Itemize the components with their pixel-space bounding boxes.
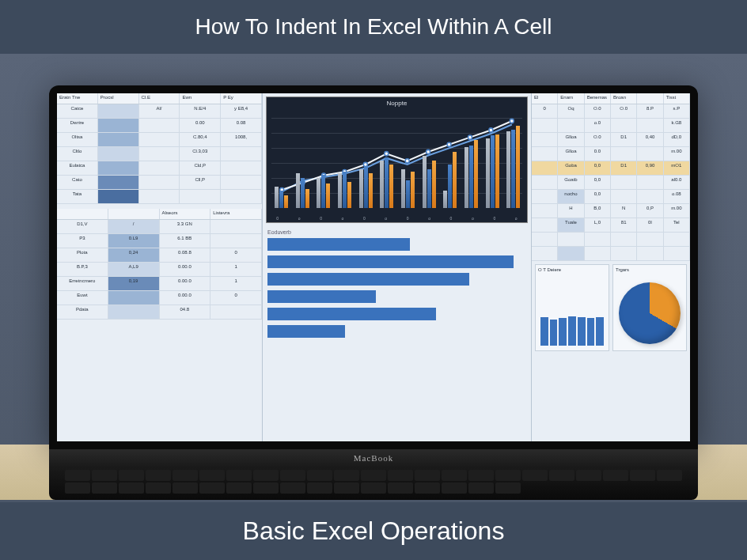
- table-row[interactable]: o.0k.G8: [532, 119, 690, 133]
- chart-bar: [359, 169, 363, 209]
- left-table-header: Eratn Tne Procsl Cl.E Ewn P Ey: [57, 93, 262, 104]
- table-row[interactable]: Goba0,0D10,90mO1: [532, 161, 690, 176]
- table-row[interactable]: Pdata04.8: [57, 305, 262, 320]
- subtitle-banner: Basic Excel Operations: [0, 502, 747, 560]
- table-row[interactable]: EulatcaCld,P: [57, 161, 262, 176]
- chart-bar: [296, 173, 300, 208]
- table-row[interactable]: TualeL,0810ITel: [532, 218, 690, 233]
- pie-graphic: [619, 282, 681, 344]
- svg-point-10: [489, 128, 493, 132]
- mini-bar-chart: O T Deiere: [535, 264, 609, 351]
- svg-point-11: [510, 119, 514, 123]
- svg-point-6: [405, 159, 409, 163]
- table-row[interactable]: CatceAl/N.E/4y E8,4: [57, 104, 262, 119]
- mini-bar: [540, 317, 548, 346]
- hbar-row: [267, 290, 526, 303]
- table-row[interactable]: HB,0N0,Pm.00: [532, 204, 690, 218]
- mini-bar: [568, 316, 576, 346]
- table-row[interactable]: B.P,3A,L90.00.01: [57, 263, 262, 277]
- laptop: Eratn Tne Procsl Cl.E Ewn P Ey CatceAl/N…: [49, 85, 698, 500]
- svg-point-9: [468, 135, 472, 139]
- chart-bar: [347, 182, 351, 208]
- table-row[interactable]: Tata: [57, 190, 262, 204]
- chart-bar: [343, 172, 347, 208]
- chart-bar: [432, 161, 436, 209]
- table-row[interactable]: Erretncmero0,190.00.01: [57, 277, 262, 291]
- table-row[interactable]: Dwrire0.000.08: [57, 119, 262, 133]
- table-row[interactable]: Plota0,240.08.80: [57, 248, 262, 263]
- table-row[interactable]: Glloa0.0m.00: [532, 147, 690, 161]
- hbar-row: [267, 325, 526, 338]
- combo-chart: Noppte 0o0o0o0o0o0o: [266, 96, 528, 223]
- mini-bar: [596, 317, 604, 346]
- mini-bar: [550, 320, 558, 346]
- hbar-row: [267, 255, 526, 268]
- chart-bar: [491, 135, 495, 208]
- chart-bar: [338, 173, 342, 208]
- hbar-row: [267, 273, 526, 286]
- chart-bar: [321, 175, 325, 208]
- chart-bar: [474, 140, 478, 208]
- svg-point-5: [385, 152, 389, 156]
- pie-title: Trgars: [616, 267, 684, 272]
- table-row[interactable]: [532, 247, 690, 261]
- chart-bar: [301, 178, 305, 209]
- chart-bar: [369, 173, 373, 208]
- title-banner: How To Indent In Excel Within A Cell: [0, 0, 747, 54]
- chart-bar: [305, 189, 309, 208]
- left-table2-header: Alseors Listevra: [57, 209, 262, 220]
- chart-bar: [443, 191, 447, 208]
- mini-bar-title: O T Deiere: [538, 267, 606, 272]
- right-panel: El Enam Benemas Broan Tisst 0OqO.0O.08.P…: [532, 93, 690, 441]
- table-row[interactable]: [532, 233, 690, 247]
- table-row[interactable]: nocho0,0o.08: [532, 190, 690, 204]
- chart-bar: [380, 161, 384, 209]
- svg-point-7: [427, 149, 430, 153]
- table-row[interactable]: Euwt0.00.00: [57, 291, 262, 305]
- chart-bar: [279, 191, 283, 208]
- svg-point-8: [447, 142, 451, 146]
- chart-bar: [469, 146, 473, 208]
- chart-bar: [364, 166, 368, 208]
- keyboard: [49, 467, 698, 500]
- chart-title: Noppte: [267, 97, 527, 109]
- chart-bar: [465, 147, 468, 208]
- chart-bar: [495, 134, 499, 209]
- laptop-brand: MacBook: [49, 449, 698, 467]
- chart-bar: [326, 184, 330, 208]
- chart-bar: [511, 130, 515, 208]
- chart-bar: [486, 138, 490, 208]
- chart-bar: [516, 126, 520, 209]
- table-row[interactable]: GlloaO.0D10,40dD,0: [532, 133, 690, 147]
- table-row[interactable]: OltsaC.80,41008,: [57, 133, 262, 147]
- hbar-row: [267, 308, 526, 320]
- scene: Eratn Tne Procsl Cl.E Ewn P Ey CatceAl/N…: [0, 54, 747, 500]
- right-table-header: El Enam Benemas Broan Tisst: [532, 93, 690, 104]
- table-row[interactable]: Goatb0,0al0.0: [532, 176, 690, 190]
- chart-bar: [448, 165, 452, 208]
- pie-chart: Trgars: [612, 264, 687, 351]
- chart-bar: [385, 157, 389, 208]
- table-row[interactable]: 0OqO.0O.08.Ps.P: [532, 104, 690, 119]
- table-row[interactable]: D1,V/3.3 GN: [57, 220, 262, 234]
- mid-panel: Noppte 0o0o0o0o0o0o Eoduverb: [263, 93, 532, 441]
- table-row[interactable]: CatoCll,P: [57, 176, 262, 190]
- left-panel: Eratn Tne Procsl Cl.E Ewn P Ey CatceAl/N…: [57, 93, 263, 441]
- chart-bar: [389, 165, 393, 208]
- chart-bar: [411, 172, 415, 208]
- screen-bezel: Eratn Tne Procsl Cl.E Ewn P Ey CatceAl/N…: [49, 85, 698, 449]
- mini-bar: [587, 318, 595, 346]
- chart-bar: [284, 195, 288, 209]
- chart-plot: [271, 109, 522, 208]
- chart-bar: [317, 178, 320, 209]
- table-row[interactable]: CltloCl.3,03: [57, 147, 262, 161]
- chart-bar: [453, 152, 457, 209]
- chart-x-axis: 0o0o0o0o0o0o: [267, 216, 527, 221]
- hbar-row: [267, 238, 526, 251]
- chart-bar: [406, 180, 410, 208]
- chart-bar: [506, 131, 510, 208]
- hbar-chart: Eoduverb: [263, 226, 531, 346]
- spreadsheet-app: Eratn Tne Procsl Cl.E Ewn P Ey CatceAl/N…: [57, 93, 690, 441]
- table-row[interactable]: P30.L96.1 BB: [57, 234, 262, 248]
- mini-bar: [578, 317, 586, 346]
